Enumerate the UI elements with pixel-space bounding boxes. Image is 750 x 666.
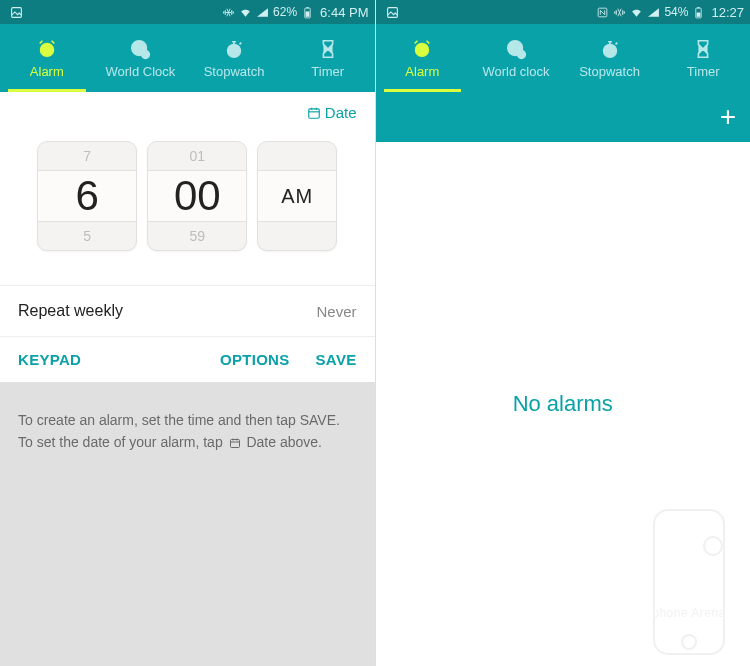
tab-timer[interactable]: Timer [656,24,750,92]
phone-right: 54% 12:27 Alarm World clock Stopwatch Ti… [376,0,751,666]
alarm-create-panel: Date 7 6 5 01 00 59 AM Repeat weekly Nev… [0,92,375,666]
tab-bar: Alarm World Clock Stopwatch Timer [0,24,375,92]
signal-icon [647,6,660,19]
svg-rect-13 [698,7,700,8]
image-icon [386,6,399,19]
sub-toolbar: + [376,92,751,142]
globe-icon [505,38,527,60]
svg-point-18 [603,44,616,57]
vibrate-icon [222,6,235,19]
ampm-current: AM [258,170,336,222]
tab-stopwatch[interactable]: Stopwatch [563,24,657,92]
tab-label: Stopwatch [579,64,640,79]
signal-icon [256,6,269,19]
image-icon [10,6,23,19]
wifi-icon [239,6,252,19]
tab-alarm[interactable]: Alarm [0,24,94,92]
minute-picker[interactable]: 01 00 59 [147,141,247,251]
alarm-icon [411,38,433,60]
nfc-icon [596,6,609,19]
svg-rect-10 [387,7,397,17]
tab-alarm[interactable]: Alarm [376,24,470,92]
globe-icon [129,38,151,60]
date-link[interactable]: Date [307,104,357,121]
tab-world-clock[interactable]: World Clock [94,24,188,92]
hourglass-icon [317,38,339,60]
tab-timer[interactable]: Timer [281,24,375,92]
tab-label: World clock [482,64,549,79]
tab-bar: Alarm World clock Stopwatch Timer [376,24,751,92]
svg-rect-2 [306,7,308,8]
svg-point-7 [228,44,241,57]
empty-state: No alarms [376,142,751,666]
options-button[interactable]: OPTIONS [220,351,290,368]
minute-prev: 01 [148,142,246,170]
calendar-icon [229,434,241,456]
calendar-icon [307,106,321,120]
battery-icon [301,6,314,19]
save-button[interactable]: SAVE [316,351,357,368]
battery-percent: 62% [273,5,297,19]
hour-next: 5 [38,222,136,250]
minute-current: 00 [148,170,246,222]
stopwatch-icon [599,38,621,60]
status-bar: 54% 12:27 [376,0,751,24]
status-bar: 62% 6:44 PM [0,0,375,24]
wifi-icon [630,6,643,19]
phone-left: 62% 6:44 PM Alarm World Clock Stopwatch … [0,0,376,666]
hint-text: To create an alarm, set the time and the… [0,382,375,666]
repeat-row[interactable]: Repeat weekly Never [0,285,375,336]
svg-rect-14 [697,12,701,16]
minute-next: 59 [148,222,246,250]
svg-rect-0 [12,7,22,17]
date-link-label: Date [325,104,357,121]
action-row: KEYPAD OPTIONS SAVE [0,336,375,382]
hour-prev: 7 [38,142,136,170]
repeat-label: Repeat weekly [18,302,123,320]
svg-rect-9 [230,439,239,447]
tab-label: Timer [687,64,720,79]
tab-label: Alarm [30,64,64,79]
battery-icon [692,6,705,19]
tab-stopwatch[interactable]: Stopwatch [187,24,281,92]
status-time: 12:27 [711,5,744,20]
tab-label: Alarm [405,64,439,79]
status-time: 6:44 PM [320,5,368,20]
svg-rect-3 [306,11,310,16]
battery-percent: 54% [664,5,688,19]
tab-label: World Clock [106,64,176,79]
svg-rect-8 [309,108,320,117]
hour-picker[interactable]: 7 6 5 [37,141,137,251]
tab-label: Timer [311,64,344,79]
tab-label: Stopwatch [204,64,265,79]
hour-current: 6 [38,170,136,222]
keypad-button[interactable]: KEYPAD [18,351,81,368]
ampm-picker[interactable]: AM [257,141,337,251]
time-picker: 7 6 5 01 00 59 AM [0,121,375,285]
alarm-icon [36,38,58,60]
stopwatch-icon [223,38,245,60]
add-alarm-button[interactable]: + [720,103,736,131]
empty-state-label: No alarms [513,391,613,417]
repeat-value: Never [316,303,356,320]
vibrate-icon [613,6,626,19]
tab-world-clock[interactable]: World clock [469,24,563,92]
hourglass-icon [692,38,714,60]
